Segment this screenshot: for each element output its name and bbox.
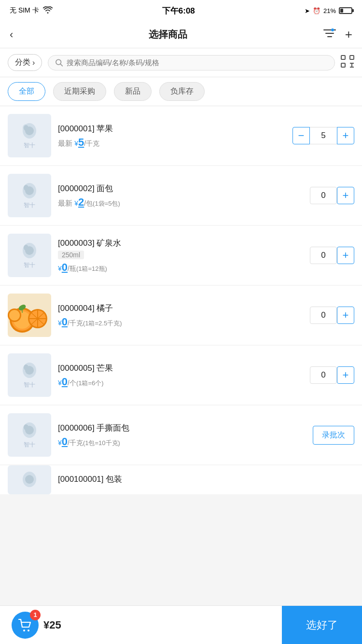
status-bar: 无 SIM 卡 下午6:08 ➤ ⏰ 21% — [0, 0, 362, 21]
search-bar[interactable] — [48, 55, 335, 70]
cart-badge: 1 — [30, 610, 41, 620]
tab-all[interactable]: 全部 — [8, 82, 45, 101]
nav-actions: + — [323, 27, 352, 42]
svg-rect-8 — [341, 63, 345, 67]
category-arrow-icon: › — [32, 58, 35, 67]
quantity-control-2: + — [310, 187, 354, 204]
list-item: 智十 [0000002] 面包 最新 ¥2/包(1袋=5包) + — [0, 166, 362, 225]
product-image-3: 智十 — [8, 234, 51, 277]
back-button[interactable]: ‹ — [10, 28, 13, 41]
list-item: [0000004] 橘子 ¥0/千克(1箱=2.5千克) + — [0, 286, 362, 345]
search-icon — [55, 58, 63, 67]
brand-text: 智十 — [24, 441, 35, 449]
svg-point-45 — [28, 630, 29, 631]
batch-button-6[interactable]: 录批次 — [313, 426, 354, 445]
battery-percent: 21% — [323, 7, 336, 14]
product-price-5: ¥0/个(1箱=6个) — [58, 376, 303, 388]
svg-point-21 — [24, 245, 28, 251]
status-left: 无 SIM 卡 — [10, 6, 53, 15]
page-title: 选择商品 — [149, 28, 187, 41]
wifi-icon — [43, 6, 53, 15]
product-image-5: 智十 — [8, 353, 51, 397]
svg-point-38 — [24, 364, 28, 370]
list-item: 智十 [0000006] 手撕面包 ¥0/千克(1包=10千克) 录批次 — [0, 406, 362, 464]
brand-text: 智十 — [24, 201, 35, 210]
product-image-4 — [8, 294, 51, 337]
sim-status: 无 SIM 卡 — [10, 6, 39, 15]
plus-button-5[interactable]: + — [337, 366, 354, 384]
add-button[interactable]: + — [345, 27, 352, 42]
product-image-2: 智十 — [8, 174, 51, 217]
svg-point-43 — [25, 475, 34, 484]
product-price-6: ¥0/千克(1包=10千克) — [58, 435, 306, 448]
list-item: [000100001] 包装 — [0, 465, 362, 494]
list-item: 智十 [0000003] 矿泉水 250ml ¥0/瓶(1箱=12瓶) + — [0, 226, 362, 285]
filter-icon[interactable] — [323, 28, 336, 42]
bottom-bar: 1 ¥25 选好了 — [0, 605, 362, 644]
product-info-5: [0000005] 芒果 ¥0/个(1箱=6个) — [58, 363, 303, 388]
svg-point-3 — [331, 28, 334, 31]
alarm-icon: ⏰ — [313, 7, 320, 14]
category-label: 分类 — [15, 57, 30, 68]
status-time: 下午6:08 — [162, 5, 195, 16]
product-name-4: [0000004] 橘子 — [58, 303, 303, 314]
plus-button-1[interactable]: + — [337, 127, 354, 144]
cart-section: 1 ¥25 — [0, 612, 282, 639]
plus-button-2[interactable]: + — [337, 187, 354, 204]
product-name-7: [000100001] 包装 — [58, 474, 354, 485]
scan-icon[interactable] — [341, 55, 354, 70]
plus-button-4[interactable]: + — [337, 307, 354, 324]
quantity-control-3: + — [310, 247, 354, 264]
battery-icon — [339, 7, 352, 14]
cart-button[interactable]: 1 — [12, 612, 39, 639]
svg-point-18 — [24, 185, 28, 191]
tab-recent[interactable]: 近期采购 — [53, 82, 106, 101]
product-image-1: 智十 — [8, 114, 51, 157]
tab-new[interactable]: 新品 — [114, 82, 152, 101]
svg-line-5 — [60, 64, 62, 66]
quantity-control-4: + — [310, 307, 354, 324]
search-input[interactable] — [67, 58, 328, 67]
confirm-button[interactable]: 选好了 — [282, 606, 362, 644]
cart-icon — [18, 618, 32, 632]
status-right: ➤ ⏰ 21% — [305, 7, 352, 14]
product-info-3: [0000003] 矿泉水 250ml ¥0/瓶(1箱=12瓶) — [58, 238, 303, 274]
svg-point-44 — [23, 630, 25, 631]
product-name-6: [0000006] 手撕面包 — [58, 422, 306, 434]
product-price-3: ¥0/瓶(1箱=12瓶) — [58, 261, 303, 274]
product-info-2: [0000002] 面包 最新 ¥2/包(1袋=5包) — [58, 183, 303, 209]
product-price-2: 最新 ¥2/包(1袋=5包) — [58, 196, 303, 209]
toolbar: 分类 › — [0, 48, 362, 77]
minus-button-1[interactable]: − — [292, 127, 310, 144]
product-name-2: [0000002] 面包 — [58, 183, 303, 194]
quantity-input-4[interactable] — [310, 307, 337, 324]
quantity-control-1: − + — [292, 127, 354, 144]
location-icon: ➤ — [305, 7, 310, 14]
product-image-7 — [8, 465, 51, 494]
product-info-1: [0000001] 苹果 最新 ¥5/千克 — [58, 123, 286, 149]
quantity-input-5[interactable] — [310, 366, 337, 384]
svg-point-35 — [9, 310, 20, 321]
quantity-control-5: + — [310, 366, 354, 384]
svg-point-41 — [24, 424, 28, 430]
product-name-3: [0000003] 矿泉水 — [58, 238, 303, 249]
quantity-input-2[interactable] — [310, 187, 337, 204]
svg-rect-7 — [350, 56, 354, 59]
tab-negative[interactable]: 负库存 — [159, 82, 205, 101]
list-item: 智十 [0000005] 芒果 ¥0/个(1箱=6个) + — [0, 346, 362, 405]
brand-text: 智十 — [24, 381, 35, 389]
product-price-1: 最新 ¥5/千克 — [58, 136, 286, 149]
product-list: 智十 [0000001] 苹果 最新 ¥5/千克 − + 智十 — [0, 106, 362, 494]
product-price-4: ¥0/千克(1箱=2.5千克) — [58, 316, 303, 328]
quantity-input-3[interactable] — [310, 247, 337, 264]
product-image-6: 智十 — [8, 413, 51, 457]
product-name-1: [0000001] 苹果 — [58, 123, 286, 134]
nav-bar: ‹ 选择商品 + — [0, 21, 362, 48]
category-button[interactable]: 分类 › — [8, 54, 42, 71]
svg-rect-6 — [341, 56, 345, 59]
plus-button-3[interactable]: + — [337, 247, 354, 264]
product-info-6: [0000006] 手撕面包 ¥0/千克(1包=10千克) — [58, 422, 306, 448]
product-spec-3: 250ml — [58, 251, 84, 259]
brand-text: 智十 — [24, 261, 35, 269]
quantity-input-1[interactable] — [310, 127, 337, 144]
